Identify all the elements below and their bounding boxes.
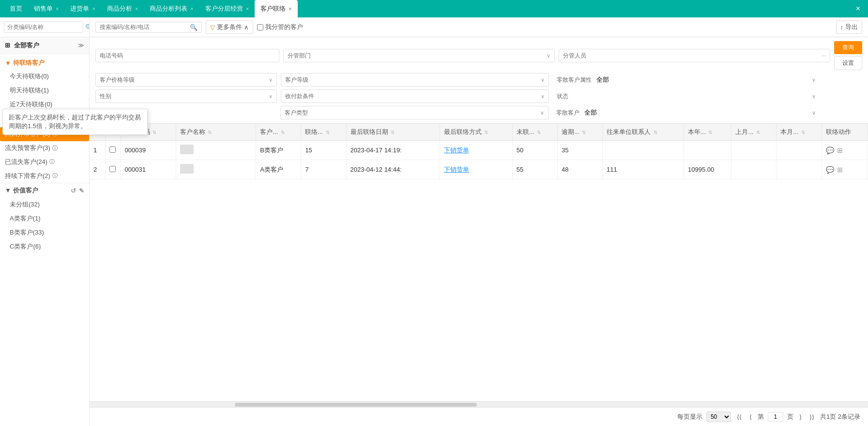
edit-icon[interactable]: ✎ (79, 187, 84, 194)
my-customers-checkbox-label[interactable]: 我分管的客户 (257, 23, 303, 31)
customer-table: ⚙ 客户编码 ⇅ 客户名称 ⇅ 客户... ⇅ 联络... ⇅ 最后联络日期 ⇅… (90, 124, 868, 179)
scrollbar-thumb[interactable] (235, 403, 477, 407)
sort-icon[interactable]: ⇅ (654, 130, 657, 135)
col-overdue[interactable]: 逾期... ⇅ (557, 124, 602, 141)
sort-icon[interactable]: ⇅ (582, 130, 586, 135)
sort-icon[interactable]: ⇅ (708, 130, 712, 135)
row-contact-person: 111 (603, 160, 684, 179)
sidebar-item-today[interactable]: 今天待联络(0) (0, 70, 89, 84)
collapse-icon[interactable]: ≫ (78, 42, 84, 49)
sidebar-item-lost-preview[interactable]: 流失预警客户(3) ⓘ (0, 141, 89, 155)
search-icon[interactable]: 🔍 (85, 24, 90, 31)
sidebar-item-class-a[interactable]: A类客户(1) (0, 212, 89, 226)
col-uncontacted[interactable]: 未联... ⇅ (512, 124, 557, 141)
status-filter[interactable]: 状态 ∨ (553, 89, 820, 103)
sidebar-item-lost[interactable]: 已流失客户(24) ⓘ (0, 155, 89, 169)
payment-filter[interactable]: 收付款条件 ∨ (281, 89, 549, 103)
prev-page-button[interactable]: ⟨ (747, 412, 754, 422)
col-this-month[interactable]: 本月... ⇅ (777, 124, 822, 141)
first-page-button[interactable]: ⟨⟨ (735, 412, 744, 422)
row-checkbox[interactable] (105, 141, 121, 160)
top-nav: 首页 销售单 × 进货单 × 商品分析 × 商品分析列表 × 客户分层经营 × … (0, 0, 868, 17)
export-icon: ↑ (840, 24, 844, 31)
retail-attr-filter[interactable]: 零散客户属性 全部 ∨ (553, 73, 820, 87)
query-button[interactable]: 查询 (834, 41, 862, 54)
col-contact-count[interactable]: 联络... ⇅ (301, 124, 346, 141)
last-page-button[interactable]: ⟩⟩ (807, 412, 816, 422)
close-icon[interactable]: × (289, 0, 291, 17)
window-close-button[interactable]: × (852, 4, 864, 13)
export-button[interactable]: ↑ 导出 (836, 20, 863, 34)
calendar-icon[interactable]: ⊞ (837, 147, 843, 154)
retail-customer-filter[interactable]: 零散客户 全部 ∨ (552, 106, 820, 119)
row-checkbox[interactable] (105, 160, 121, 179)
table-row: 2 000031 A类客户 7 2023-04-12 14:44: 下销货单 5… (90, 160, 868, 179)
my-customers-checkbox[interactable] (257, 24, 263, 30)
toolbar-search-input[interactable] (100, 24, 190, 30)
sort-icon[interactable]: ⇅ (326, 130, 330, 135)
more-conditions-button[interactable]: ▽ 更多条件 ∧ (206, 20, 253, 34)
value-group-title[interactable]: ▼ 价值客户 ↺ ✎ (0, 183, 89, 198)
sort-icon[interactable]: ⇅ (208, 130, 212, 135)
sidebar-search-input[interactable] (4, 21, 83, 33)
sort-icon[interactable]: ⇅ (152, 130, 156, 135)
row-last-month (731, 141, 777, 160)
col-last-date[interactable]: 最后联络日期 ⇅ (346, 124, 440, 141)
arrow-icon: ▼ (5, 187, 11, 194)
customer-type-filter[interactable]: 客户类型 ∨ (280, 106, 548, 119)
nav-sales[interactable]: 销售单 × (28, 0, 64, 17)
per-page-select[interactable]: 50 10 20 100 (706, 411, 731, 422)
col-name[interactable]: 客户名称 ⇅ (176, 124, 256, 141)
close-icon[interactable]: × (246, 0, 249, 17)
sort-icon[interactable]: ⇅ (801, 130, 805, 135)
sidebar-item-tomorrow[interactable]: 明天待联络(1) (0, 84, 89, 98)
col-grade[interactable]: 客户... ⇅ (256, 124, 301, 141)
row-index: 1 (90, 141, 105, 160)
gender-filter[interactable]: 性别 ∨ (95, 89, 277, 103)
sort-icon[interactable]: ⇅ (281, 130, 285, 135)
col-contact-person[interactable]: 往来单位联系人 ⇅ (603, 124, 684, 141)
nav-purchase[interactable]: 进货单 × (64, 0, 101, 17)
sidebar-item-declining[interactable]: 持续下滑客户(2) ⓘ (0, 169, 89, 183)
filter-panel: 电话号码 分管部门 ∨ 分管人员 ··· 查询 设置 客户价格等级 (90, 37, 868, 124)
col-this-year[interactable]: 本年... ⇅ (684, 124, 731, 141)
row-last-method[interactable]: 下销货单 (440, 160, 512, 179)
sort-icon[interactable]: ⇅ (756, 130, 760, 135)
dept-filter[interactable]: 分管部门 ∨ (283, 49, 555, 62)
sort-icon[interactable]: ⇅ (484, 130, 488, 135)
horizontal-scrollbar[interactable] (90, 401, 868, 407)
row-last-method[interactable]: 下销货单 (440, 141, 512, 160)
tooltip-box: 距客户上次交易时长，超过了此客户的平均交易周期的1.5倍，则视为异常。 (2, 109, 148, 135)
close-icon[interactable]: × (56, 0, 59, 17)
sidebar-item-class-c[interactable]: C类客户(6) (0, 240, 89, 254)
nav-home[interactable]: 首页 (4, 0, 28, 17)
nav-product-analysis-list[interactable]: 商品分析列表 × (144, 0, 199, 17)
close-icon[interactable]: × (190, 0, 193, 17)
row-overdue: 35 (557, 141, 602, 160)
customer-grade-filter[interactable]: 客户等级 ∨ (281, 73, 549, 87)
row-name (176, 160, 256, 179)
nav-customer-tier[interactable]: 客户分层经营 × (199, 0, 255, 17)
price-grade-filter[interactable]: 客户价格等级 ∨ (95, 73, 277, 87)
nav-product-analysis[interactable]: 商品分析 × (101, 0, 144, 17)
page-input[interactable] (768, 412, 783, 422)
col-last-method[interactable]: 最后联络方式 ⇅ (440, 124, 512, 141)
sort-icon[interactable]: ⇅ (391, 130, 395, 135)
sort-icon[interactable]: ⇅ (537, 130, 541, 135)
sidebar-item-ungraded[interactable]: 未分组(32) (0, 198, 89, 212)
close-icon[interactable]: × (135, 0, 138, 17)
calendar-icon[interactable]: ⊞ (837, 166, 843, 174)
pending-group-title[interactable]: ▼ 待联络客户 (0, 56, 89, 70)
chat-icon[interactable]: 💬 (826, 166, 834, 174)
chat-icon[interactable]: 💬 (826, 147, 834, 154)
search-icon[interactable]: 🔍 (190, 24, 198, 31)
close-icon[interactable]: × (92, 0, 95, 17)
manager-filter[interactable]: 分管人员 ··· (559, 49, 830, 62)
total-label: 共1页 2条记录 (820, 412, 860, 421)
settings-button[interactable]: 设置 (834, 56, 862, 70)
refresh-icon[interactable]: ↺ (71, 187, 76, 194)
sidebar-item-class-b[interactable]: B类客户(33) (0, 226, 89, 240)
nav-customer-contact[interactable]: 客户联络 × (255, 0, 297, 17)
next-page-button[interactable]: ⟩ (797, 412, 804, 422)
col-last-month[interactable]: 上月... ⇅ (731, 124, 777, 141)
